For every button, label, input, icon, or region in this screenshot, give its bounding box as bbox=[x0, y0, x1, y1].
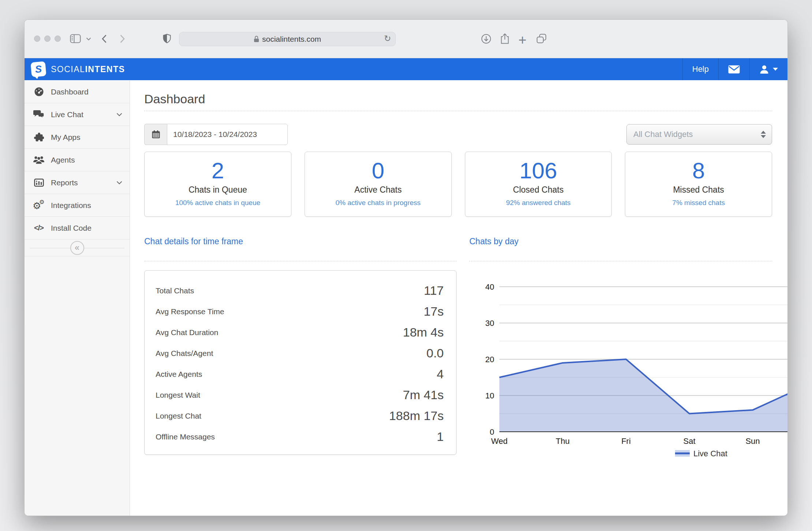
sidebar-item-agents[interactable]: Agents bbox=[25, 149, 130, 171]
chat-details-section: Chat details for time frame Total Chats1… bbox=[144, 236, 457, 470]
svg-text:Live Chat: Live Chat bbox=[693, 449, 727, 458]
table-row: Active Agents4 bbox=[156, 364, 444, 385]
chat-bubbles-icon bbox=[33, 110, 45, 119]
sidebar-toggle-icon[interactable] bbox=[70, 34, 81, 43]
page-title: Dashboard bbox=[144, 92, 772, 106]
chevron-down-icon bbox=[116, 181, 122, 185]
toolbar-chevron-down-icon[interactable] bbox=[86, 37, 91, 41]
select-arrows-icon bbox=[761, 131, 766, 138]
stat-card-active-chats: 0 Active Chats 0% active chats in progre… bbox=[305, 152, 452, 217]
help-button[interactable]: Help bbox=[682, 58, 718, 80]
sidebar-item-my-apps[interactable]: My Apps bbox=[25, 126, 130, 149]
svg-text:Thu: Thu bbox=[556, 437, 570, 446]
svg-text:Sat: Sat bbox=[683, 437, 695, 446]
tab-overview-icon[interactable] bbox=[536, 34, 547, 44]
messages-button[interactable] bbox=[718, 58, 749, 80]
divider bbox=[144, 261, 457, 261]
svg-text:Fri: Fri bbox=[621, 437, 631, 446]
chats-by-day-section: Chats by day 010203040WedThuFriSatSunLiv… bbox=[469, 236, 787, 470]
date-range-picker bbox=[144, 124, 288, 145]
user-icon bbox=[759, 64, 769, 74]
caret-down-icon bbox=[773, 68, 778, 71]
app-header: S SOCIALINTENTS Help bbox=[25, 58, 787, 80]
sidebar-item-reports[interactable]: Reports bbox=[25, 171, 130, 194]
browser-window: socialintents.com ↻ + S bbox=[24, 19, 788, 516]
table-row: Total Chats117 bbox=[156, 280, 444, 301]
sidebar-collapse-button[interactable]: « bbox=[70, 241, 84, 255]
stat-card-missed-chats: 8 Missed Chats 7% missed chats bbox=[625, 152, 772, 217]
table-row: Avg Response Time17s bbox=[156, 301, 444, 322]
header-actions: Help bbox=[682, 58, 787, 80]
stat-card-closed-chats: 106 Closed Chats 92% answered chats bbox=[465, 152, 612, 217]
code-icon: </> bbox=[33, 224, 45, 232]
calendar-icon bbox=[152, 130, 160, 139]
chevron-down-icon bbox=[116, 113, 122, 116]
reload-icon[interactable]: ↻ bbox=[384, 34, 391, 44]
sidebar-item-dashboard[interactable]: Dashboard bbox=[25, 81, 130, 103]
table-row: Avg Chat Duration18m 4s bbox=[156, 322, 444, 343]
chat-details-title: Chat details for time frame bbox=[144, 236, 457, 247]
address-bar[interactable]: socialintents.com ↻ bbox=[179, 32, 396, 46]
sidebar-item-live-chat[interactable]: Live Chat bbox=[25, 103, 130, 126]
close-window-button[interactable] bbox=[34, 36, 40, 42]
chats-by-day-area-chart: 010203040WedThuFriSatSunLive Chat bbox=[469, 269, 787, 470]
lock-icon bbox=[254, 36, 259, 42]
svg-text:40: 40 bbox=[485, 282, 494, 292]
filters-row: All Chat Widgets bbox=[144, 124, 772, 145]
divider bbox=[469, 261, 772, 261]
divider bbox=[144, 111, 772, 111]
minimize-window-button[interactable] bbox=[44, 36, 51, 42]
share-icon[interactable] bbox=[500, 33, 510, 44]
date-range-input[interactable] bbox=[167, 124, 288, 145]
forward-button[interactable] bbox=[120, 34, 125, 43]
table-row: Avg Chats/Agent0.0 bbox=[156, 343, 444, 364]
downloads-icon[interactable] bbox=[481, 34, 491, 44]
main-content: Dashboard bbox=[130, 81, 787, 516]
stat-card-chats-in-queue: 2 Chats in Queue 100% active chats in qu… bbox=[144, 152, 291, 217]
browser-toolbar: socialintents.com ↻ + bbox=[25, 20, 787, 58]
agents-users-icon bbox=[33, 155, 45, 164]
table-row: Longest Chat188m 17s bbox=[156, 405, 444, 426]
chat-details-table: Total Chats117 Avg Response Time17s Avg … bbox=[144, 270, 457, 455]
address-text: socialintents.com bbox=[262, 35, 321, 44]
table-row: Offline Messages1 bbox=[156, 426, 444, 447]
sidebar-item-install-code[interactable]: </> Install Code bbox=[25, 217, 130, 239]
dashboard-gauge-icon bbox=[33, 87, 45, 97]
puzzle-piece-icon bbox=[33, 132, 45, 142]
sidebar-item-integrations[interactable]: ⚙⚙ Integrations bbox=[25, 194, 130, 217]
bar-chart-icon bbox=[33, 178, 45, 187]
account-menu-button[interactable] bbox=[749, 58, 787, 80]
svg-text:0: 0 bbox=[490, 427, 494, 437]
svg-text:20: 20 bbox=[485, 355, 494, 364]
zoom-window-button[interactable] bbox=[55, 36, 61, 42]
stat-cards-row: 2 Chats in Queue 100% active chats in qu… bbox=[144, 152, 772, 217]
privacy-shield-icon[interactable] bbox=[163, 34, 171, 44]
back-button[interactable] bbox=[101, 34, 107, 43]
svg-text:30: 30 bbox=[485, 319, 494, 328]
envelope-icon bbox=[728, 65, 740, 74]
svg-text:Sun: Sun bbox=[745, 437, 760, 446]
svg-text:10: 10 bbox=[485, 391, 494, 400]
svg-text:Wed: Wed bbox=[491, 437, 508, 446]
calendar-addon[interactable] bbox=[144, 124, 167, 145]
gears-icon: ⚙⚙ bbox=[33, 200, 45, 211]
chats-by-day-title: Chats by day bbox=[469, 236, 787, 247]
socialintents-logo-icon[interactable]: S bbox=[30, 61, 46, 77]
table-row: Longest Wait7m 41s bbox=[156, 385, 444, 405]
chat-widget-filter-select[interactable]: All Chat Widgets bbox=[626, 124, 772, 145]
brand-name: SOCIALINTENTS bbox=[51, 64, 125, 74]
new-tab-icon[interactable]: + bbox=[518, 32, 526, 48]
sidebar-collapse-row: « bbox=[25, 239, 130, 256]
sidebar-nav: Dashboard Live Chat My Apps bbox=[25, 81, 130, 516]
chart-svg: 010203040WedThuFriSatSunLive Chat bbox=[469, 269, 787, 468]
window-controls bbox=[34, 36, 61, 42]
